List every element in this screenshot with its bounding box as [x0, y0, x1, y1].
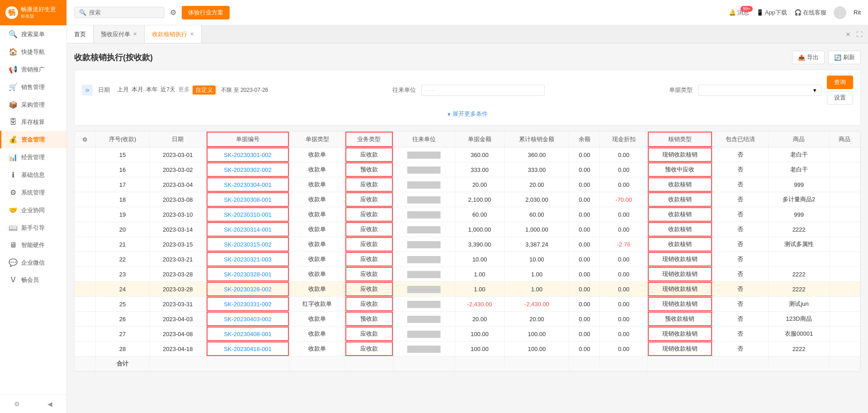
filter-toggle-btn[interactable]: » — [82, 85, 93, 95]
sidebar-item-hardware[interactable]: 🖥智能硬件 — [0, 237, 66, 254]
footer-cell-date — [149, 356, 206, 371]
voucher-type-select[interactable]: ▾ — [698, 85, 821, 96]
maximize-icon[interactable]: ⛶ — [854, 30, 864, 39]
cell-bill_no[interactable]: SK-20230328-001 — [206, 267, 289, 282]
bill-no-link[interactable]: SK-20230302-002 — [224, 166, 272, 173]
sidebar-item-member[interactable]: V畅会员 — [0, 271, 66, 289]
sidebar-settings-icon[interactable]: ⚙ — [10, 399, 24, 409]
counterparty-input[interactable]: ··· — [421, 85, 545, 96]
cell-bill_no[interactable]: SK-20230308-001 — [206, 192, 289, 207]
voucher-type-label: 单据类型 — [669, 86, 693, 94]
bill-no-link[interactable]: SK-20230304-001 — [224, 181, 272, 188]
cell-balance: 0.00 — [569, 327, 600, 342]
bill-no-link[interactable]: SK-20230314-001 — [224, 226, 272, 233]
cell-amount: -2,430.00 — [455, 297, 505, 312]
sidebar-label-guide: 新手引导 — [21, 224, 45, 232]
cell-accumulated: 1,000.00 — [505, 222, 569, 237]
support-link[interactable]: 🎧 在线客服 — [794, 9, 826, 17]
bill-no-link[interactable]: SK-20230328-002 — [224, 286, 272, 293]
cell-bill_no[interactable]: SK-20230328-002 — [206, 282, 289, 297]
export-button[interactable]: 📤 导出 — [792, 51, 825, 64]
bill-no-link[interactable]: SK-20230301-002 — [224, 152, 272, 158]
notification-btn[interactable]: 🔔 消息 99+ — [729, 9, 749, 17]
bill-no-link[interactable]: SK-20230403-002 — [224, 316, 272, 323]
sidebar-item-wechat[interactable]: 💬企业微信 — [0, 254, 66, 271]
cell-bill_no[interactable]: SK-20230408-001 — [206, 327, 289, 342]
cell-balance: 0.00 — [569, 237, 600, 252]
bill-no-link[interactable]: SK-20230321-003 — [224, 256, 272, 263]
cell-gear — [75, 252, 96, 267]
sidebar-item-guide[interactable]: 📖新手引导 — [0, 219, 66, 237]
app-download-link[interactable]: 📱 App下载 — [756, 9, 787, 17]
sidebar-collapse-icon[interactable]: ◀ — [44, 399, 56, 409]
bill-no-link[interactable]: SK-20230315-002 — [224, 241, 272, 248]
cell-bill_no[interactable]: SK-20230314-001 — [206, 222, 289, 237]
bill-no-link[interactable]: SK-20230418-001 — [224, 346, 272, 352]
cell-bill_no[interactable]: SK-20230403-002 — [206, 312, 289, 327]
filter-bar: » 日期 上月 本月 本年 近7天 更多 自定义 不限 至 2023-07-26… — [74, 70, 861, 126]
settings-icon[interactable]: ⚙ — [170, 8, 176, 17]
cell-biz_type: 应收款 — [345, 327, 393, 342]
close-icon[interactable]: ✕ — [844, 30, 853, 39]
bill-no-link[interactable]: SK-20230328-001 — [224, 271, 272, 278]
sidebar-item-purchase[interactable]: 📦采购管理 — [0, 96, 66, 114]
table-row: 282023-04-18SK-20230418-001收款单应收款███████… — [75, 342, 860, 356]
expand-more-btn[interactable]: ▾ 展开更多条件 — [82, 108, 853, 120]
tab-label-receipt: 收款核销执行 — [152, 30, 187, 38]
cell-num: 25 — [96, 297, 149, 312]
sidebar-item-operation[interactable]: 📊经营管理 — [0, 148, 66, 166]
avatar[interactable] — [834, 6, 846, 19]
cell-bill_no[interactable]: SK-20230301-002 — [206, 147, 289, 162]
solution-button[interactable]: 体验行业方案 — [182, 6, 230, 19]
cell-bill_no[interactable]: SK-20230418-001 — [206, 342, 289, 356]
cell-settled: 否 — [712, 177, 768, 192]
cell-counterparty: ████████ — [393, 177, 455, 192]
sidebar-item-inventory[interactable]: 🗄库存核算 — [0, 114, 66, 131]
tab-close-receipt[interactable]: ✕ — [190, 31, 194, 37]
purchase-icon: 📦 — [9, 100, 18, 109]
cell-bill_no[interactable]: SK-20230331-002 — [206, 297, 289, 312]
sidebar-item-sales[interactable]: 🛒销售管理 — [0, 78, 66, 96]
sidebar-item-quicknav[interactable]: 🏠快捷导航 — [0, 43, 66, 61]
bill-no-link[interactable]: SK-20230408-001 — [224, 331, 272, 337]
sidebar-item-system[interactable]: ⚙系统管理 — [0, 184, 66, 201]
footer-cell-product2 — [829, 356, 860, 371]
tab-receipt[interactable]: 收款核销执行✕ — [145, 25, 202, 43]
table-row: 202023-03-14SK-20230314-001收款单应收款███████… — [75, 222, 860, 237]
sidebar-item-corp[interactable]: 🤝企业协同 — [0, 201, 66, 219]
table-footer: 合计 — [75, 356, 860, 371]
date-custom[interactable]: 自定义 — [193, 85, 216, 95]
date-thisyear[interactable]: 本年 — [146, 85, 158, 95]
sidebar-item-finance[interactable]: 💰资金管理 — [0, 131, 66, 148]
sales-icon: 🛒 — [9, 83, 18, 91]
cell-bill_no[interactable]: SK-20230310-001 — [206, 207, 289, 222]
topbar: 🔍 ⚙ 体验行业方案 🔔 消息 99+ 📱 App下载 🎧 在线客服 Rit — [67, 0, 868, 25]
sidebar-item-marketing[interactable]: 📢营销推广 — [0, 61, 66, 78]
footer-cell-balance — [569, 356, 600, 371]
cell-bill_no[interactable]: SK-20230315-002 — [206, 237, 289, 252]
sidebar-item-base[interactable]: ℹ基础信息 — [0, 166, 66, 184]
date-lastmonth[interactable]: 上月 — [117, 85, 129, 95]
tab-close-payable[interactable]: ✕ — [133, 31, 137, 37]
query-button[interactable]: 查询 — [827, 76, 853, 89]
search-input[interactable] — [89, 9, 152, 16]
cell-product2 — [829, 177, 860, 192]
footer-cell-accumulated — [505, 356, 569, 371]
cell-date: 2023-03-21 — [149, 252, 206, 267]
cell-bill_no[interactable]: SK-20230321-003 — [206, 252, 289, 267]
sidebar-item-search[interactable]: 🔍搜索菜单 — [0, 25, 66, 43]
cell-settled: 否 — [712, 312, 768, 327]
filter-setting-btn[interactable]: 设置 — [827, 91, 853, 104]
bill-no-link[interactable]: SK-20230331-002 — [224, 301, 272, 308]
tab-payable[interactable]: 预收应付单✕ — [94, 25, 145, 43]
bill-no-link[interactable]: SK-20230308-001 — [224, 196, 272, 203]
cell-bill_no[interactable]: SK-20230302-002 — [206, 162, 289, 177]
cell-product1: 2222 — [769, 222, 830, 237]
tab-home[interactable]: 首页 — [67, 25, 94, 43]
refresh-button[interactable]: 🔄 刷新 — [828, 51, 861, 64]
cell-bill_no[interactable]: SK-20230304-001 — [206, 177, 289, 192]
bill-no-link[interactable]: SK-20230310-001 — [224, 211, 272, 218]
date-thismonth[interactable]: 本月 — [132, 85, 143, 95]
date-more[interactable]: 更多 — [178, 85, 190, 95]
date-7days[interactable]: 近7天 — [160, 85, 175, 95]
